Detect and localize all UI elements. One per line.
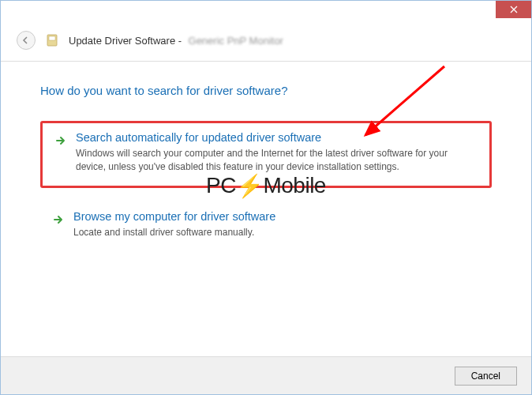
option-search-automatically[interactable]: Search automatically for updated driver … [40, 121, 492, 188]
option-text: Browse my computer for driver software L… [73, 210, 481, 239]
option-browse-computer[interactable]: Browse my computer for driver software L… [40, 202, 492, 250]
option-description: Locate and install driver software manua… [73, 226, 481, 239]
disk-icon [45, 33, 59, 47]
header-title-container: Update Driver Software - Generic PnP Mon… [69, 33, 283, 47]
back-arrow-icon [21, 36, 31, 45]
arrow-right-icon [51, 213, 66, 227]
footer: Cancel [1, 356, 531, 394]
option-description: Windows will search your computer and th… [76, 147, 478, 175]
titlebar [1, 1, 531, 24]
cancel-button[interactable]: Cancel [455, 367, 517, 386]
close-button[interactable] [496, 1, 531, 18]
content-area: How do you want to search for driver sof… [1, 62, 531, 250]
option-text: Search automatically for updated driver … [76, 131, 478, 175]
back-button[interactable] [17, 31, 36, 50]
close-icon [510, 6, 518, 13]
question-heading: How do you want to search for driver sof… [40, 84, 492, 97]
option-title: Search automatically for updated driver … [76, 131, 478, 144]
header: Update Driver Software - Generic PnP Mon… [1, 24, 531, 62]
header-subtitle: Generic PnP Monitor [189, 35, 283, 47]
header-title: Update Driver Software - [69, 35, 182, 47]
option-title: Browse my computer for driver software [73, 210, 481, 223]
dialog-window: Update Driver Software - Generic PnP Mon… [0, 0, 532, 395]
arrow-right-icon [54, 134, 68, 148]
svg-rect-1 [49, 36, 55, 40]
